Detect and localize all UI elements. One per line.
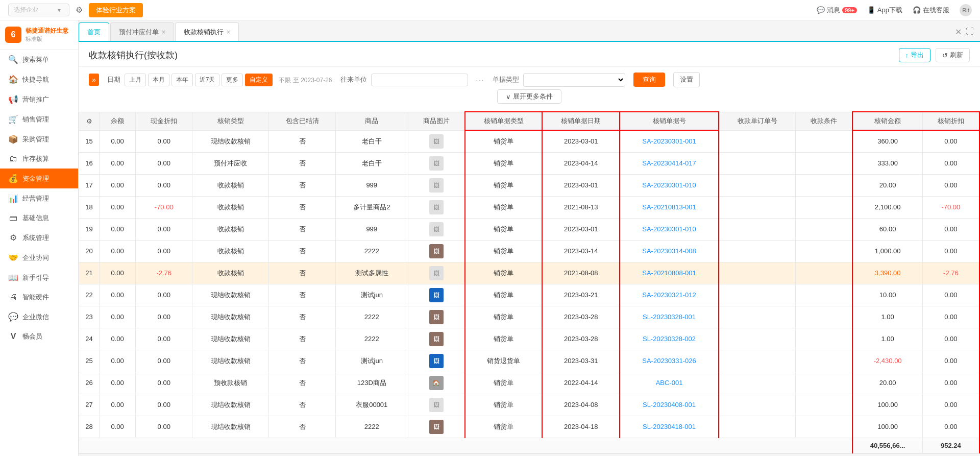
- sidebar-item-sales[interactable]: 🛒 销售管理: [0, 109, 78, 129]
- sidebar-item-wechat[interactable]: 💬 企业微信: [0, 307, 78, 327]
- voucher-type-select[interactable]: [523, 73, 625, 87]
- row-product: 999: [335, 218, 408, 240]
- row-doc-type: 销货单: [465, 416, 543, 438]
- sidebar-item-guide[interactable]: 📖 新手引导: [0, 268, 78, 287]
- row-payment-terms: [796, 262, 853, 284]
- row-discount: 0.00: [922, 218, 979, 240]
- date-btn-more[interactable]: 更多: [222, 74, 243, 86]
- sidebar-item-hardware[interactable]: 🖨 智能硬件: [0, 287, 78, 307]
- row-include-settled: 否: [269, 416, 336, 438]
- sales-icon: 🛒: [8, 114, 18, 124]
- discount-col-header: 核销折扣: [922, 112, 979, 130]
- row-discount: 0.00: [922, 306, 979, 328]
- sidebar-item-finance[interactable]: 💰 资金管理: [0, 169, 78, 188]
- row-doc-no: SA-20230301-010: [620, 218, 719, 240]
- doc-no-link[interactable]: SL-20230408-001: [643, 401, 696, 409]
- row-include-settled: 否: [269, 130, 336, 152]
- tab-prepay-close[interactable]: ×: [162, 29, 165, 36]
- doc-no-link[interactable]: SL-20230328-002: [643, 335, 696, 343]
- row-order-no: [719, 306, 796, 328]
- row-balance: 0.00: [100, 130, 136, 152]
- date-btn-this-month[interactable]: 本月: [148, 74, 169, 86]
- tab-prepay[interactable]: 预付冲应付单 ×: [110, 22, 174, 41]
- sidebar-item-system[interactable]: ⚙ 系统管理: [0, 228, 78, 248]
- row-include-settled: 否: [269, 284, 336, 306]
- gear-icon[interactable]: ⚙: [76, 5, 83, 15]
- row-balance: 0.00: [100, 174, 136, 196]
- doc-no-link[interactable]: SA-20210813-001: [642, 203, 696, 211]
- table-row: 20 0.00 0.00 收款核销 否 2222 🖼 销货单 2023-03-1…: [79, 240, 980, 262]
- row-product-img: 🖼: [408, 174, 465, 196]
- settings-button[interactable]: 设置: [673, 72, 700, 87]
- sidebar-item-purchase[interactable]: 📦 采购管理: [0, 129, 78, 149]
- tab-expand-button[interactable]: ⛶: [966, 27, 974, 36]
- date-btn-custom[interactable]: 自定义: [245, 74, 273, 86]
- doc-no-link[interactable]: SA-20230301-010: [642, 181, 696, 189]
- row-doc-no: SA-20230331-026: [620, 350, 719, 372]
- date-btn-last-month[interactable]: 上月: [125, 74, 146, 86]
- sidebar-item-inventory[interactable]: 🗂 库存核算: [0, 149, 78, 169]
- avatar[interactable]: Rit: [960, 4, 972, 16]
- main-layout: 6 畅捷通谱好生意 标准版 🔍 搜索菜单 🏠 快捷导航 📢 营销推广 🛒 销售管…: [0, 20, 980, 456]
- row-doc-date: 2023-04-18: [542, 416, 620, 438]
- sidebar-item-nav[interactable]: 🏠 快捷导航: [0, 69, 78, 89]
- tab-home[interactable]: 首页: [79, 22, 109, 41]
- sidebar-item-operations[interactable]: 📊 经营管理: [0, 188, 78, 208]
- query-button[interactable]: 查询: [633, 73, 665, 87]
- row-product: 老白干: [335, 130, 408, 152]
- row-doc-no: SL-20230328-002: [620, 328, 719, 350]
- doc-no-link[interactable]: SL-20230418-001: [643, 423, 696, 430]
- row-doc-date: 2023-04-14: [542, 152, 620, 174]
- doc-no-link[interactable]: SA-20230301-001: [642, 137, 696, 145]
- tab-collection[interactable]: 收款核销执行 ×: [175, 22, 239, 41]
- filter-expand-arrow[interactable]: »: [89, 74, 99, 86]
- sidebar-item-member[interactable]: V 畅会员: [0, 327, 78, 346]
- tab-prepay-label: 预付冲应付单: [119, 28, 159, 37]
- row-product-img: 🖼: [408, 394, 465, 416]
- row-include-settled: 否: [269, 218, 336, 240]
- sidebar-item-marketing[interactable]: 📢 营销推广: [0, 89, 78, 109]
- wechat-icon: 💬: [8, 312, 18, 322]
- row-product: 2222: [335, 240, 408, 262]
- doc-no-link[interactable]: SA-20230301-010: [642, 225, 696, 233]
- doc-no-link[interactable]: SA-20230331-026: [642, 357, 696, 365]
- app-download-item[interactable]: 📱 App下载: [867, 6, 902, 15]
- row-id: 17: [79, 174, 100, 196]
- tab-collection-close[interactable]: ×: [227, 29, 230, 36]
- export-button[interactable]: ↑ 导出: [899, 48, 931, 62]
- row-product-img: 🖼: [408, 240, 465, 262]
- doc-no-link[interactable]: SA-20230314-008: [642, 247, 696, 255]
- row-balance: 0.00: [100, 262, 136, 284]
- home-icon: 🏠: [8, 75, 18, 84]
- date-btn-this-year[interactable]: 本年: [172, 74, 193, 86]
- row-product: 999: [335, 174, 408, 196]
- row-doc-no: SA-20230301-001: [620, 130, 719, 152]
- sidebar-item-cooperation[interactable]: 🤝 企业协同: [0, 248, 78, 268]
- tab-bar: 首页 预付冲应付单 × 收款核销执行 × ✕ ⛶: [79, 20, 980, 42]
- row-payment-terms: [796, 218, 853, 240]
- enterprise-selector[interactable]: 选择企业 ▾: [8, 4, 69, 16]
- doc-no-link[interactable]: SA-20230321-012: [642, 291, 696, 299]
- refresh-button[interactable]: ↺ 刷新: [936, 48, 970, 62]
- expand-arrow-icon[interactable]: »: [89, 74, 99, 86]
- doc-no-link[interactable]: SL-20230328-001: [643, 313, 696, 321]
- counterpart-input[interactable]: [371, 74, 468, 86]
- date-btn-last-7-days[interactable]: 近7天: [195, 74, 220, 86]
- settings-col-header[interactable]: ⚙: [79, 112, 100, 130]
- sidebar-item-search[interactable]: 🔍 搜索菜单: [0, 50, 78, 69]
- row-cash-discount: 0.00: [136, 328, 192, 350]
- sidebar-item-basic[interactable]: 🗃 基础信息: [0, 208, 78, 228]
- doc-no-link[interactable]: SA-20210808-001: [642, 269, 696, 277]
- doc-no-link[interactable]: SA-20230414-017: [642, 159, 696, 167]
- tab-close-all-button[interactable]: ✕: [955, 27, 962, 37]
- service-item[interactable]: 🎧 在线客服: [913, 6, 949, 15]
- doc-no-link[interactable]: ABC-001: [656, 379, 683, 387]
- message-item[interactable]: 💬 消息 99+: [817, 6, 857, 15]
- row-include-settled: 否: [269, 372, 336, 394]
- write-off-type-col-header: 核销类型: [192, 112, 269, 130]
- trial-button[interactable]: 体验行业方案: [89, 3, 143, 17]
- row-doc-type: 销货单: [465, 394, 543, 416]
- expand-label: 展开更多条件: [513, 92, 553, 101]
- product-thumbnail: 🖼: [429, 310, 444, 324]
- expand-more-btn[interactable]: ∨ 展开更多条件: [497, 89, 561, 104]
